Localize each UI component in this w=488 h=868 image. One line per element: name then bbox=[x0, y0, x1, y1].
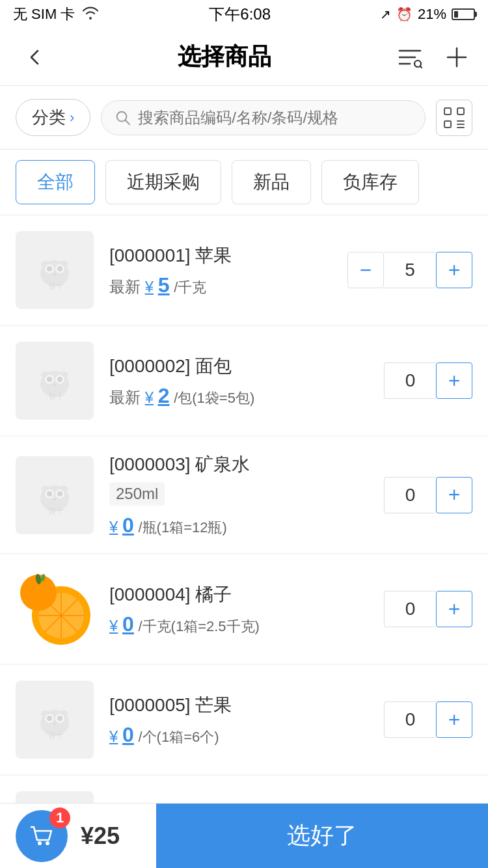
product-info-1: [0000002] 面包 最新 ¥ 2 /包(1袋=5包) bbox=[109, 354, 373, 408]
increase-button-3[interactable]: + bbox=[436, 591, 472, 627]
svg-rect-9 bbox=[444, 108, 451, 115]
increase-button-2[interactable]: + bbox=[436, 477, 472, 513]
search-box[interactable] bbox=[101, 100, 426, 135]
status-time: 下午6:08 bbox=[209, 4, 271, 25]
location-icon: ↗ bbox=[380, 7, 391, 22]
scan-button[interactable] bbox=[436, 100, 472, 136]
product-price-3: ¥ 0 /千克(1箱=2.5千克) bbox=[109, 612, 373, 636]
svg-text:智十: 智十 bbox=[48, 392, 64, 401]
product-name-4: [0000005] 芒果 bbox=[109, 693, 373, 718]
search-icon bbox=[115, 109, 131, 127]
owl-logo-icon: 智十 bbox=[29, 469, 81, 521]
cart-section: 1 ¥25 bbox=[0, 810, 156, 862]
battery-icon bbox=[452, 8, 475, 20]
quantity-control-0: − + bbox=[347, 252, 472, 288]
wifi-icon bbox=[81, 5, 100, 23]
decrease-button-0[interactable]: − bbox=[347, 252, 384, 288]
cart-icon bbox=[27, 822, 56, 850]
category-button[interactable]: 分类 › bbox=[16, 99, 90, 136]
tab-recent[interactable]: 近期采购 bbox=[105, 160, 221, 204]
product-list: 智十 [0000001] 苹果 最新 ¥ 5 /千克 − + bbox=[0, 215, 488, 868]
product-image-4: 智十 bbox=[16, 681, 94, 759]
product-price-4: ¥ 0 /个(1箱=6个) bbox=[109, 723, 373, 747]
category-arrow: › bbox=[70, 109, 74, 126]
svg-point-27 bbox=[47, 377, 52, 382]
product-name-2: [0000003] 矿泉水 bbox=[109, 452, 373, 477]
quantity-input-4[interactable] bbox=[384, 701, 436, 738]
product-image-2: 智十 bbox=[16, 456, 94, 534]
quantity-control-3: + bbox=[384, 591, 472, 627]
svg-point-19 bbox=[57, 266, 62, 271]
cart-total: ¥25 bbox=[81, 822, 120, 850]
filter-button[interactable] bbox=[394, 42, 426, 73]
search-input[interactable] bbox=[138, 109, 412, 127]
tab-new[interactable]: 新品 bbox=[232, 160, 311, 204]
quantity-input-2[interactable] bbox=[384, 477, 436, 513]
svg-text:智十: 智十 bbox=[48, 731, 64, 740]
filter-bar: 分类 › bbox=[0, 86, 488, 150]
increase-button-1[interactable]: + bbox=[436, 362, 472, 399]
svg-point-18 bbox=[47, 266, 52, 271]
svg-rect-10 bbox=[457, 108, 464, 115]
svg-text:智十: 智十 bbox=[48, 506, 64, 515]
svg-point-55 bbox=[57, 716, 62, 721]
svg-point-37 bbox=[57, 491, 62, 496]
owl-logo-icon: 智十 bbox=[29, 244, 81, 296]
svg-point-77 bbox=[46, 841, 49, 845]
status-carrier: 无 SIM 卡 bbox=[13, 5, 100, 24]
svg-line-4 bbox=[420, 66, 422, 68]
svg-text:智十: 智十 bbox=[48, 281, 64, 290]
svg-line-8 bbox=[126, 120, 129, 124]
orange-image bbox=[16, 570, 94, 648]
carrier-text: 无 SIM 卡 bbox=[13, 5, 75, 24]
table-row: 智十 [0000002] 面包 最新 ¥ 2 /包(1袋=5包) + bbox=[0, 326, 488, 435]
increase-button-0[interactable]: + bbox=[436, 252, 472, 288]
table-row: 智十 [0000003] 矿泉水 250ml ¥ 0 /瓶(1箱=12瓶) + bbox=[0, 437, 488, 553]
product-name-1: [0000002] 面包 bbox=[109, 354, 373, 379]
svg-point-28 bbox=[57, 377, 62, 382]
product-image-3 bbox=[16, 570, 94, 648]
category-label: 分类 bbox=[32, 106, 66, 129]
nav-bar: 选择商品 bbox=[0, 29, 488, 86]
product-info-4: [0000005] 芒果 ¥ 0 /个(1箱=6个) bbox=[109, 693, 373, 747]
bottom-bar: 1 ¥25 选好了 bbox=[0, 803, 488, 868]
increase-button-4[interactable]: + bbox=[436, 701, 472, 738]
table-row: 智十 [0000005] 芒果 ¥ 0 /个(1箱=6个) + bbox=[0, 665, 488, 774]
tab-all[interactable]: 全部 bbox=[16, 160, 95, 204]
alarm-icon: ⏰ bbox=[396, 7, 413, 22]
product-name-3: [0000004] 橘子 bbox=[109, 582, 373, 607]
owl-logo-icon: 智十 bbox=[29, 355, 81, 407]
quantity-control-2: + bbox=[384, 477, 472, 513]
product-price-1: 最新 ¥ 2 /包(1袋=5包) bbox=[109, 384, 373, 408]
page-title: 选择商品 bbox=[178, 41, 271, 73]
product-price-0: 最新 ¥ 5 /千克 bbox=[109, 273, 337, 297]
nav-actions bbox=[394, 42, 472, 73]
battery-text: 21% bbox=[418, 6, 446, 23]
status-right-group: ↗ ⏰ 21% bbox=[380, 6, 475, 23]
table-row: [0000004] 橘子 ¥ 0 /千克(1箱=2.5千克) + bbox=[0, 554, 488, 664]
product-info-2: [0000003] 矿泉水 250ml ¥ 0 /瓶(1箱=12瓶) bbox=[109, 452, 373, 537]
product-price-2: ¥ 0 /瓶(1箱=12瓶) bbox=[109, 513, 373, 537]
tab-bar: 全部 近期采购 新品 负库存 bbox=[0, 150, 488, 215]
svg-point-54 bbox=[47, 716, 52, 721]
owl-logo-icon: 智十 bbox=[29, 694, 81, 746]
quantity-input-1[interactable] bbox=[384, 362, 436, 399]
back-button[interactable] bbox=[16, 38, 55, 77]
quantity-control-4: + bbox=[384, 701, 472, 738]
product-image-1: 智十 bbox=[16, 342, 94, 420]
confirm-button[interactable]: 选好了 bbox=[156, 804, 488, 868]
quantity-input-0[interactable] bbox=[384, 252, 436, 288]
status-bar: 无 SIM 卡 下午6:08 ↗ ⏰ 21% bbox=[0, 0, 488, 29]
product-image-0: 智十 bbox=[16, 231, 94, 309]
table-row: 智十 [0000001] 苹果 最新 ¥ 5 /千克 − + bbox=[0, 215, 488, 325]
product-info-3: [0000004] 橘子 ¥ 0 /千克(1箱=2.5千克) bbox=[109, 582, 373, 636]
product-spec-2: 250ml bbox=[109, 482, 373, 509]
add-button[interactable] bbox=[441, 42, 472, 73]
quantity-input-3[interactable] bbox=[384, 591, 436, 627]
quantity-control-1: + bbox=[384, 362, 472, 399]
cart-badge: 1 bbox=[49, 807, 70, 828]
svg-point-76 bbox=[38, 841, 42, 845]
cart-icon-button[interactable]: 1 bbox=[16, 810, 68, 862]
tab-negative-stock[interactable]: 负库存 bbox=[321, 160, 419, 204]
product-info-0: [0000001] 苹果 最新 ¥ 5 /千克 bbox=[109, 243, 337, 297]
